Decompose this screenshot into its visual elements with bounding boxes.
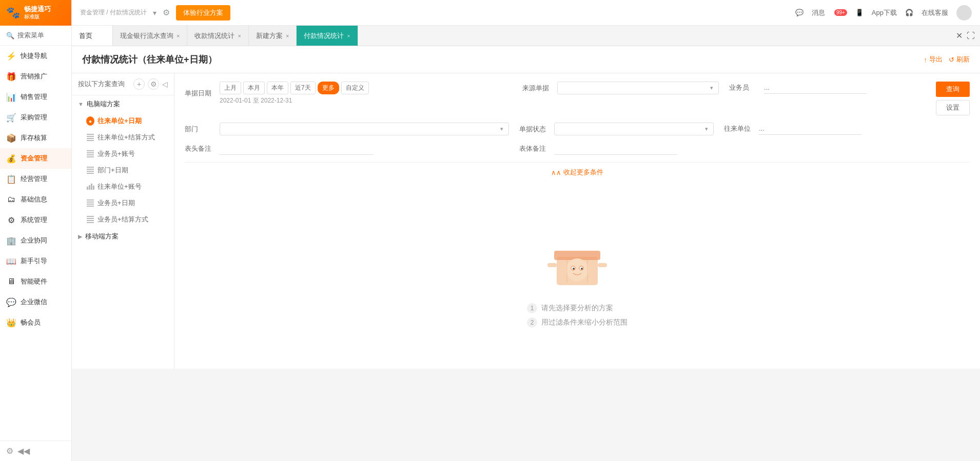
pc-group-title[interactable]: ▼ 电脑端方案: [72, 95, 174, 113]
scheme-settings-button[interactable]: ⚙: [148, 78, 159, 90]
tab-bank-flow-close[interactable]: ×: [177, 33, 180, 39]
filter-row-2: 部门 ▾ 单据状态 ▾ 往来单位: [185, 123, 970, 135]
sidebar-item-wechat[interactable]: 💬 企业微信: [0, 292, 71, 312]
date-btn-7days[interactable]: 近7天: [290, 82, 316, 94]
source-select[interactable]: ▾: [557, 82, 719, 94]
sidebar-item-label: 经营管理: [21, 174, 47, 184]
date-btn-custom[interactable]: 自定义: [341, 82, 369, 94]
footer-settings-icon[interactable]: ⚙: [6, 446, 13, 456]
scheme-collapse-button[interactable]: ◁: [162, 80, 168, 88]
sidebar-item-hardware[interactable]: 🖥 智能硬件: [0, 271, 71, 292]
sidebar-item-label: 基础信息: [21, 195, 47, 204]
svg-rect-20: [87, 216, 94, 217]
settings-button[interactable]: 设置: [936, 100, 970, 115]
refresh-button[interactable]: ↺ 刷新: [949, 55, 970, 64]
tab-payment-stats[interactable]: 付款情况统计 ×: [297, 26, 358, 46]
svg-point-30: [581, 268, 583, 270]
svg-rect-15: [93, 186, 94, 190]
sidebar-search[interactable]: 🔍 搜索菜单: [0, 26, 71, 46]
collapse-arrow-icon: ∧∧: [551, 169, 561, 176]
system-icon: ⚙: [6, 215, 16, 225]
service-area[interactable]: 🎧 在线客服: [905, 8, 948, 17]
tab-payment-stats-close[interactable]: ×: [347, 33, 350, 39]
filter-area: 单据日期 上月 本月 本年 近7天 更多 自定义 2022-01-01 至 20…: [174, 73, 980, 190]
date-btn-more[interactable]: 更多: [318, 82, 339, 94]
filter-item-salesman: 业务员: [729, 82, 926, 94]
sidebar-item-label: 畅会员: [21, 318, 41, 327]
logo-badge: 标准版: [24, 13, 51, 21]
scheme-item-salesman-date[interactable]: 业务员+日期: [72, 195, 174, 211]
sidebar-item-basic[interactable]: 🗂 基础信息: [0, 189, 71, 210]
mobile-group-title[interactable]: ▶ 移动端方案: [72, 228, 174, 245]
tab-collection-stats-close[interactable]: ×: [238, 33, 241, 39]
query-button[interactable]: 查询: [936, 82, 970, 97]
body-remark-input[interactable]: [554, 143, 677, 155]
date-btn-this-year[interactable]: 本年: [267, 82, 288, 94]
empty-tips: 1 请先选择要分析的方案 2 用过滤条件来缩小分析范围: [527, 303, 628, 328]
source-select-arrow: ▾: [710, 85, 713, 91]
app-download-area[interactable]: 📱 App下载: [855, 8, 897, 17]
tab-home[interactable]: 首页: [72, 26, 113, 46]
sidebar-item-purchase[interactable]: 🛒 采购管理: [0, 107, 71, 128]
date-btn-last-month[interactable]: 上月: [220, 82, 241, 94]
scheme-item-unit-settlement[interactable]: 往来单位+结算方式: [72, 129, 174, 146]
page-header-actions: ↑ 导出 ↺ 刷新: [924, 55, 970, 64]
finance-icon: 💰: [6, 153, 16, 164]
scheme-item-table-icon: [86, 166, 94, 174]
message-area[interactable]: 💬 消息 99+: [795, 8, 847, 17]
sidebar-item-guide[interactable]: 📖 新手引导: [0, 251, 71, 271]
sidebar-item-member[interactable]: 👑 畅会员: [0, 312, 71, 333]
operations-icon: 📋: [6, 174, 16, 184]
scheme-item-dept-date[interactable]: 部门+日期: [72, 162, 174, 178]
scheme-item-unit-account[interactable]: 往来单位+账号: [72, 178, 174, 195]
scheme-item-unit-date[interactable]: ● 往来单位+日期: [72, 113, 174, 129]
sidebar-item-system[interactable]: ⚙ 系统管理: [0, 210, 71, 230]
guide-icon: 📖: [6, 256, 16, 266]
scheme-item-table-icon: [86, 150, 94, 158]
svg-rect-19: [87, 206, 94, 207]
pc-group-arrow: ▼: [78, 101, 84, 107]
tab-new-scheme[interactable]: 新建方案 ×: [249, 26, 297, 46]
sidebar-item-operations[interactable]: 📋 经营管理: [0, 169, 71, 189]
scheme-item-label: 业务员+结算方式: [97, 215, 148, 224]
tab-close-all-icon[interactable]: ✕: [956, 31, 963, 41]
tab-bank-flow[interactable]: 现金银行流水查询 ×: [113, 26, 187, 46]
svg-rect-32: [598, 263, 607, 267]
sidebar-item-quick-nav[interactable]: ⚡ 快捷导航: [0, 46, 71, 66]
unit-input[interactable]: [759, 123, 861, 135]
scheme-item-salesman-settlement[interactable]: 业务员+结算方式: [72, 211, 174, 228]
date-range-display: 2022-01-01 至 2022-12-31: [220, 96, 369, 105]
status-select[interactable]: ▾: [554, 123, 714, 135]
footer-collapse-icon[interactable]: ◀◀: [17, 446, 30, 456]
user-avatar[interactable]: [956, 5, 972, 21]
sidebar-item-inventory[interactable]: 📦 库存核算: [0, 128, 71, 148]
collapse-more-button[interactable]: ∧∧ 收起更多条件: [185, 162, 970, 182]
svg-rect-0: [87, 134, 94, 135]
svg-rect-1: [87, 136, 94, 137]
scheme-add-button[interactable]: +: [133, 78, 145, 90]
sidebar-item-finance[interactable]: 💰 资金管理: [0, 148, 71, 169]
header-remark-input[interactable]: [220, 143, 374, 155]
try-industry-button[interactable]: 体验行业方案: [176, 5, 230, 21]
svg-rect-16: [87, 199, 94, 201]
salesman-input[interactable]: [764, 82, 867, 94]
page-header: 付款情况统计（往来单位+日期） ↑ 导出 ↺ 刷新: [72, 46, 980, 73]
tab-new-scheme-close[interactable]: ×: [286, 33, 289, 39]
date-btn-this-month[interactable]: 本月: [243, 82, 265, 94]
dept-select[interactable]: ▾: [220, 123, 509, 135]
svg-point-26: [566, 258, 589, 281]
sidebar-item-marketing[interactable]: 🎁 营销推广: [0, 66, 71, 87]
sidebar-item-enterprise[interactable]: 🏢 企业协同: [0, 230, 71, 251]
header-expand-icon[interactable]: ▾: [153, 9, 156, 17]
sidebar-item-sales[interactable]: 📊 销售管理: [0, 87, 71, 107]
scheme-item-salesman-account[interactable]: 业务员+账号: [72, 146, 174, 162]
tab-collection-stats[interactable]: 收款情况统计 ×: [187, 26, 248, 46]
header-settings-icon[interactable]: ⚙: [163, 8, 170, 17]
source-label: 来源单据: [522, 84, 553, 93]
scheme-item-label: 业务员+日期: [97, 198, 135, 208]
marketing-icon: 🎁: [6, 71, 16, 82]
tab-expand-icon[interactable]: ⛶: [967, 31, 975, 41]
export-label: 导出: [929, 55, 943, 64]
export-button[interactable]: ↑ 导出: [924, 55, 943, 64]
pc-scheme-group: ▼ 电脑端方案 ● 往来单位+日期 往来单位+结算方式: [72, 95, 174, 228]
